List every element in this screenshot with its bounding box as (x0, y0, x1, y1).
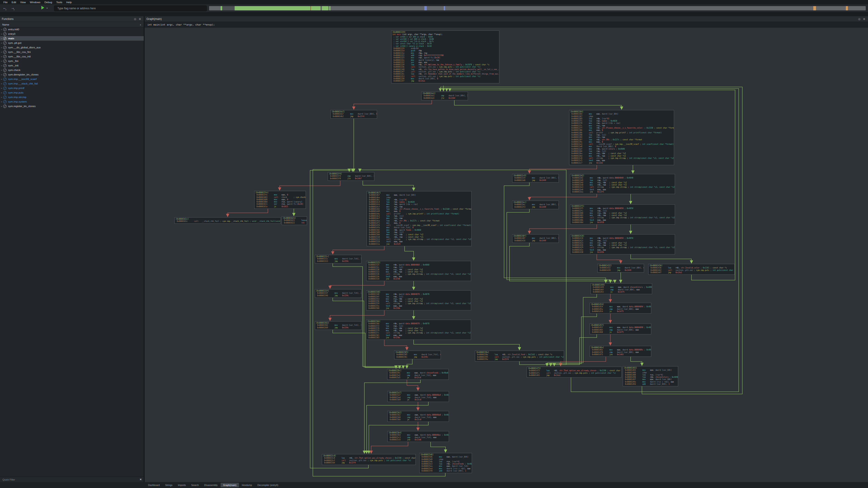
graph-block-b1475[interactable]: [0x00001475] 0x00001475 lea rdi, str.Tha… (527, 367, 622, 378)
function-item-entry.init0[interactable]: ▸ƒentry.init0 (0, 27, 144, 32)
function-item-sym.imp.system[interactable]: ▸ƒsym.imp.system (0, 99, 144, 104)
memory-colorbar[interactable] (209, 6, 866, 10)
tab-search[interactable]: Search (189, 483, 201, 487)
tab-decompiler-entry0-[interactable]: Decompiler (entry0) (255, 483, 281, 487)
expand-caret-icon[interactable]: ▸ (0, 51, 3, 53)
graph-block-b15a7[interactable]: [0x000015a7] 0x000015a7 mov eax, dword d… (388, 391, 449, 402)
tab-graph-main-[interactable]: Graph(main) (221, 483, 239, 487)
address-input[interactable] (54, 5, 207, 11)
function-item-sym.imp.strcmp[interactable]: ▸ƒsym.imp.strcmp (0, 95, 144, 99)
expand-caret-icon[interactable]: ▸ (0, 87, 3, 89)
graph-block-b1364[interactable]: [0x00001364] 0x00001364 mov eax, dword [… (569, 110, 674, 165)
function-item-sym.deregister_tm_clones[interactable]: ▸ƒsym.deregister_tm_clones (0, 72, 144, 77)
graph-block-b1319[interactable]: [0x00001319]int main (int argc, char **a… (391, 31, 499, 84)
function-item-sym.__do_global_dtors_aux[interactable]: ▸ƒsym.__do_global_dtors_aux (0, 45, 144, 50)
function-item-entry0[interactable]: ▸ƒentry0 (0, 32, 144, 36)
menu-view[interactable]: View (18, 0, 28, 4)
graph-block-b1621[interactable]: [0x00001621] 0x00001621 leave 0x00001622… (282, 217, 307, 225)
run-dropdown-icon[interactable]: ▾ (46, 7, 48, 9)
quick-filter-close-icon[interactable]: ✕ (140, 478, 142, 481)
graph-block-b158e[interactable]: [0x0000158e] 0x0000158e lea rdi, str.Inv… (475, 351, 564, 361)
tab-strings[interactable]: Strings (162, 483, 175, 487)
functions-column-header[interactable]: Name ▲ (0, 22, 144, 27)
expand-caret-icon[interactable]: ▸ (0, 60, 3, 62)
function-item-sym..plt.got[interactable]: ▸ƒsym..plt.got (0, 41, 144, 45)
expand-caret-icon[interactable]: ▸ (0, 101, 3, 103)
graph-block-b15b2[interactable]: [0x000015b2] 0x000015b2 mov eax, dword d… (388, 411, 449, 422)
forward-dropdown-icon[interactable]: ▾ (13, 9, 14, 11)
expand-caret-icon[interactable]: ▸ (0, 69, 3, 71)
function-item-sym.imp.puts[interactable]: ▸ƒsym.imp.puts (0, 90, 144, 95)
graph-block-b1483[interactable]: [0x00001483] 0x00001483 mov eax, dword [… (623, 366, 678, 386)
graph-block-b1525[interactable]: [0x00001525] 0x00001525 mov rdx, qword d… (366, 261, 471, 281)
graph-block-b159c[interactable]: [0x0000159c] 0x0000159c mov eax, dword c… (387, 369, 449, 380)
graph-block-b15fe[interactable]: [0x000015fe] 0x000015fe mov eax, 0 0x000… (254, 191, 306, 209)
function-item-sym._init[interactable]: ▸ƒsym._init (0, 63, 144, 68)
graph-block-b140f[interactable]: [0x0000140f] 0x0000140f mov dword [var_8… (512, 234, 559, 243)
panel-buttons-icon[interactable]: ◎ ⊗ (134, 18, 142, 21)
expand-caret-icon[interactable]: ▸ (0, 56, 3, 58)
expand-caret-icon[interactable]: ▸ (0, 96, 3, 98)
graph-block-b1548[interactable]: [0x00001548] 0x00001548 mov rdx, qword d… (366, 290, 471, 311)
function-item-sym.check[interactable]: ▸ƒsym.check (0, 68, 144, 72)
expand-caret-icon[interactable]: ▸ (0, 46, 3, 48)
menu-help[interactable]: Help (64, 0, 74, 4)
function-item-sym.imp.printf[interactable]: ▸ƒsym.imp.printf (0, 86, 144, 90)
menu-edit[interactable]: Edit (10, 0, 18, 4)
expand-caret-icon[interactable]: ▸ (0, 74, 3, 76)
menu-tools[interactable]: Tools (54, 0, 64, 4)
expand-caret-icon[interactable]: ▸ (0, 92, 3, 94)
function-item-sym.__libc_csu_fini[interactable]: ▸ƒsym.__libc_csu_fini (0, 50, 144, 54)
menu-debug[interactable]: Debug (42, 0, 54, 4)
graph-block-b1562[interactable]: [0x00001562] 0x00001562 mov dword [var_7… (315, 321, 362, 330)
graph-block-b146a[interactable]: [0x0000146a] 0x0000146a mov eax, dword d… (590, 346, 651, 357)
graph-block-b151c[interactable]: [0x0000151c] 0x0000151c mov dword [var_7… (315, 255, 362, 263)
graph-block-b1585[interactable]: [0x00001585] 0x00001585 mov dword [var_7… (394, 351, 441, 359)
graph-block-b1432[interactable]: [0x00001432] 0x00001432 mov dword [var_8… (597, 264, 644, 272)
graph-block-b145f[interactable]: [0x0000145f] 0x0000145f mov eax, dword d… (590, 324, 651, 334)
expand-caret-icon[interactable]: ▸ (0, 37, 3, 39)
tab-imports[interactable]: Imports (176, 483, 188, 487)
graph-block-b1454[interactable]: [0x00001454] 0x00001454 mov eax, dword d… (590, 303, 651, 314)
graph-block-b13ec[interactable]: [0x000013ec] 0x000013ec mov dword [var_8… (512, 201, 559, 209)
graph-block-b156b[interactable]: [0x0000156b] 0x0000156b mov rdx, qword d… (366, 320, 471, 340)
expand-caret-icon[interactable]: ▸ (0, 65, 3, 67)
menu-file[interactable]: File (1, 0, 10, 4)
expand-caret-icon[interactable]: ▸ (0, 42, 3, 44)
graph-block-b13f5[interactable]: [0x000013f5] 0x000013f5 mov rdx, qword d… (570, 204, 675, 225)
run-icon[interactable] (41, 6, 44, 9)
graph-block-b143b[interactable]: [0x0000143b] 0x0000143b lea rdi, str.Inv… (648, 264, 735, 275)
graph-block-b153f[interactable]: [0x0000153f] 0x0000153f mov dword [var_7… (315, 289, 362, 298)
tab-hexdump[interactable]: Hexdump (239, 483, 254, 487)
expand-caret-icon[interactable]: ▸ (0, 83, 3, 85)
tab-disassembly[interactable]: Disassembly (202, 483, 220, 487)
graph-block-b14a7[interactable]: [0x000014a7] 0x000014a7 mov dword [var_8… (331, 110, 377, 119)
tab-dashboard[interactable]: Dashboard (146, 483, 162, 487)
function-item-sym.register_tm_clones[interactable]: ▸ƒsym.register_tm_clones (0, 104, 144, 108)
graph-block-b15c8[interactable]: [0x000015c8] 0x000015c8 lea rdi, str.Tha… (322, 454, 416, 465)
back-dropdown-icon[interactable]: ▾ (5, 9, 6, 11)
expand-caret-icon[interactable]: ▸ (0, 105, 3, 107)
function-item-main[interactable]: ▸ƒmain (0, 36, 144, 41)
function-item-sym.__libc_csu_init[interactable]: ▸ƒsym.__libc_csu_init (0, 54, 144, 59)
graph-block-b15d6[interactable]: [0x000015d6] 0x000015d6 mov eax, dword [… (419, 453, 472, 473)
graph-block-b14b7[interactable]: [0x000014b7] 0x000014b7 mov eax, dword [… (367, 191, 471, 246)
expand-caret-icon[interactable]: ▸ (0, 33, 3, 35)
graph-block-b14a1[interactable]: [0x000014a1] 0x000014a1 cmp dword [var_8… (421, 92, 468, 100)
graph-panel-buttons-icon[interactable]: ◎ ⊗ (858, 18, 866, 21)
graph-view[interactable]: [0x00001319]int main (int argc, char **a… (145, 27, 868, 482)
function-item-sym.imp.__isoc99_scanf[interactable]: ▸ƒsym.imp.__isoc99_scanf (0, 77, 144, 81)
function-item-sym._fini[interactable]: ▸ƒsym._fini (0, 59, 144, 63)
menu-windows[interactable]: Windows (28, 0, 42, 4)
graph-block-b15bd[interactable]: [0x000015bd] 0x000015bd mov eax, dword d… (388, 431, 449, 442)
expand-caret-icon[interactable]: ▸ (0, 29, 3, 31)
graph-block-b1418[interactable]: [0x00001418] 0x00001418 mov rdx, qword d… (570, 234, 675, 254)
quick-filter-input[interactable] (2, 478, 121, 481)
expand-caret-icon[interactable]: ▸ (0, 78, 3, 80)
function-item-sym.imp.__stack_chk_fail[interactable]: ▸ƒsym.imp.__stack_chk_fail (0, 81, 144, 86)
graph-block-b13c9[interactable]: [0x000013c9] 0x000013c9 mov dword [var_8… (512, 174, 559, 183)
graph-block-b1449[interactable]: [0x00001449] 0x00001449 mov eax, dword c… (591, 283, 652, 294)
graph-block-b15f4[interactable]: [0x000015f4] 0x000015f4 cmp dword [var_8… (328, 172, 374, 181)
graph-block-b13d2[interactable]: [0x000013d2] 0x000013d2 mov rdx, qword d… (570, 174, 675, 194)
graph-block-b161c[interactable]: [0x0000161c] 0x0000161c call __stack_chk… (175, 217, 281, 224)
